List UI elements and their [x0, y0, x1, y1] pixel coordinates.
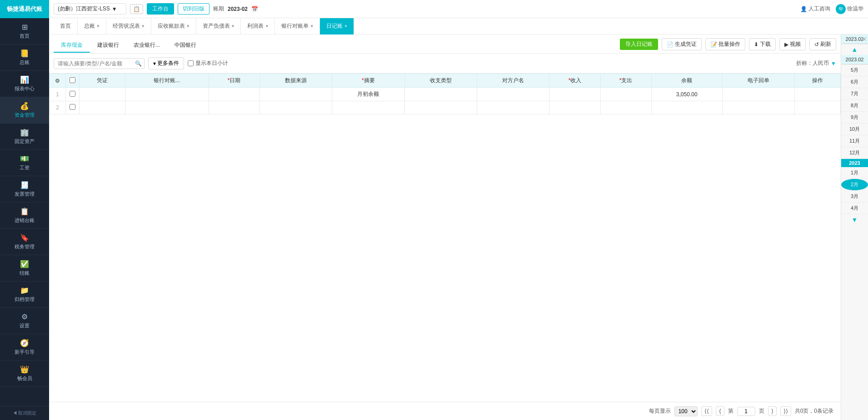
sidebar-unpin[interactable]: ◀ 取消固定: [0, 406, 49, 420]
sidebar-item-tax[interactable]: 🔖 税务管理: [0, 229, 49, 255]
more-filter-button[interactable]: ▾ 更多条件: [148, 57, 184, 69]
month-item-6[interactable]: 6月: [841, 76, 868, 88]
tab-ledger[interactable]: 总账 ×: [78, 18, 106, 35]
sidebar-item-assets[interactable]: 🏢 固定资产: [0, 124, 49, 150]
tab-bank-statement-close[interactable]: ×: [310, 24, 313, 29]
month-item-9[interactable]: 9月: [841, 112, 868, 124]
batch-ops-button[interactable]: 📝 批量操作: [705, 38, 745, 50]
company-dropdown-icon: ▼: [112, 6, 117, 12]
sidebar-item-home[interactable]: ⊞ 首页: [0, 18, 49, 44]
sidebar-item-guide[interactable]: 🧭 新手引导: [0, 334, 49, 361]
subtab-ccb[interactable]: 建设银行: [90, 39, 126, 53]
month-item-11[interactable]: 11月: [841, 135, 868, 147]
sidebar-item-payroll[interactable]: 💵 工资: [0, 150, 49, 176]
page-label-post: 页: [759, 407, 764, 415]
daily-total-checkbox[interactable]: [188, 60, 194, 66]
sidebar-label-ledger: 总账: [20, 59, 30, 66]
currency-change-btn[interactable]: ▼: [831, 60, 836, 67]
date-panel-close-btn[interactable]: ✕: [862, 35, 867, 43]
month-item-12[interactable]: 12月: [841, 147, 868, 159]
row2-action: [795, 101, 841, 114]
subtab-cash[interactable]: 库存现金: [54, 39, 90, 53]
tab-ledger-close[interactable]: ×: [97, 24, 100, 29]
sidebar-item-purchase[interactable]: 📋 进销台账: [0, 203, 49, 229]
company-name: (勿删）江西碧宝-LSS: [58, 5, 110, 13]
tab-balance-sheet[interactable]: 资产负债表 ×: [196, 18, 241, 35]
sidebar-item-ledger[interactable]: 📒 总账: [0, 44, 49, 71]
month-item-2-active[interactable]: 2月: [841, 179, 868, 191]
tab-business[interactable]: 经营状况表 ×: [106, 18, 151, 35]
daily-total-checkbox-label[interactable]: 显示本日小计: [188, 59, 228, 67]
th-expense: *支出: [600, 74, 651, 88]
copy-button[interactable]: 📋: [130, 4, 143, 14]
refresh-button[interactable]: ↺ 刷新: [809, 38, 836, 50]
workspace-button[interactable]: 工作台: [147, 3, 174, 15]
tab-receivable[interactable]: 应收账款表 ×: [151, 18, 196, 35]
row2-summary: [332, 101, 404, 114]
tab-bank-statement[interactable]: 银行对账单 ×: [275, 18, 320, 35]
th-bank-match: 银行对账...: [125, 74, 209, 88]
subtab-boc[interactable]: 中国银行: [167, 39, 204, 53]
row2-bank-match: [125, 101, 209, 114]
row1-checkbox-cell[interactable]: [66, 88, 80, 101]
row2-expense: [600, 101, 651, 114]
page-number-input[interactable]: [737, 407, 755, 416]
tab-journal-close[interactable]: ×: [344, 24, 347, 29]
tab-journal-label: 日记账: [326, 22, 343, 30]
tab-home[interactable]: 首页: [54, 18, 78, 35]
tab-business-close[interactable]: ×: [142, 24, 145, 29]
sidebar-label-assets: 固定资产: [15, 138, 35, 145]
sidebar-item-close[interactable]: ✅ 结账: [0, 255, 49, 282]
th-settings[interactable]: ⚙: [50, 74, 66, 88]
th-action: 操作: [795, 74, 841, 88]
row1-counterpart: [477, 88, 549, 101]
tab-journal[interactable]: 日记账 ×: [320, 18, 354, 35]
import-journal-button[interactable]: 导入日记账: [620, 39, 658, 50]
subtab-agri[interactable]: 农业银行...: [126, 39, 167, 53]
th-summary: *摘要: [332, 74, 404, 88]
month-item-3[interactable]: 3月: [841, 191, 868, 203]
row2-checkbox[interactable]: [70, 104, 75, 110]
first-page-button[interactable]: ⟨⟨: [701, 406, 712, 416]
month-item-10[interactable]: 10月: [841, 124, 868, 135]
video-button[interactable]: ▶ 视频: [779, 38, 806, 50]
tab-receivable-close[interactable]: ×: [187, 24, 190, 29]
user-name: 徐温华: [847, 5, 863, 13]
last-page-button[interactable]: ⟩⟩: [780, 406, 791, 416]
sidebar-item-archive[interactable]: 📁 归档管理: [0, 282, 49, 308]
sidebar-item-reports[interactable]: 📊 报表中心: [0, 71, 49, 97]
row2-checkbox-cell[interactable]: [66, 101, 80, 114]
calendar-icon[interactable]: 📅: [251, 6, 258, 12]
sidebar-item-settings[interactable]: ⚙ 设置: [0, 308, 49, 334]
month-item-7[interactable]: 7月: [841, 88, 868, 100]
switch-version-button[interactable]: 切到旧版: [178, 3, 210, 15]
month-item-8[interactable]: 8月: [841, 100, 868, 112]
tab-balance-sheet-close[interactable]: ×: [232, 24, 234, 29]
sidebar-item-member[interactable]: 👑 畅会员: [0, 361, 49, 387]
sidebar-item-finance[interactable]: 💰 资金管理: [0, 97, 49, 124]
company-selector[interactable]: (勿删）江西碧宝-LSS ▼: [54, 3, 126, 15]
purchase-icon: 📋: [20, 207, 29, 216]
tab-profit-close[interactable]: ×: [265, 24, 268, 29]
download-button[interactable]: ⬇ 下载: [749, 38, 776, 50]
next-page-button[interactable]: ⟩: [768, 406, 777, 416]
user-menu[interactable]: 华 徐温华: [836, 4, 863, 14]
page-size-select[interactable]: 100 50 200: [674, 406, 698, 416]
month-item-5[interactable]: 5月: [841, 64, 868, 76]
tab-profit[interactable]: 利润表 ×: [241, 18, 275, 35]
search-input[interactable]: [54, 58, 145, 69]
generate-voucher-button[interactable]: 📄 生成凭证: [662, 38, 702, 50]
date-nav-up[interactable]: ▲: [841, 44, 868, 55]
select-all-checkbox[interactable]: [70, 77, 75, 83]
daily-total-label: 显示本日小计: [195, 59, 228, 67]
month-item-1[interactable]: 1月: [841, 167, 868, 179]
row1-balance: 3,050.00: [651, 88, 722, 101]
sidebar-item-invoice[interactable]: 🧾 发票管理: [0, 176, 49, 203]
month-item-4[interactable]: 4月: [841, 203, 868, 214]
date-nav-down[interactable]: ▼: [841, 214, 868, 225]
date-panel-header: 2023.02 ✕: [841, 35, 868, 44]
th-checkbox[interactable]: [66, 74, 80, 88]
row1-checkbox[interactable]: [70, 91, 75, 97]
prev-page-button[interactable]: ⟨: [716, 406, 724, 416]
service-btn[interactable]: 👤 人工咨询: [800, 5, 830, 13]
